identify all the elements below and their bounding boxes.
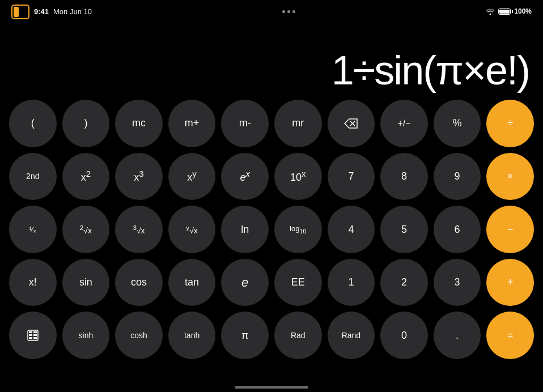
euler-button[interactable]: e: [221, 259, 269, 306]
one-over-x-button[interactable]: ¹∕ₓ: [9, 206, 57, 253]
yth-root-button[interactable]: y√x: [168, 206, 216, 253]
ln-button[interactable]: ln: [221, 206, 269, 253]
x-cubed-button[interactable]: x3: [115, 153, 163, 201]
cosh-button[interactable]: cosh: [115, 312, 163, 359]
equals-button[interactable]: =: [486, 312, 534, 359]
svg-rect-3: [29, 331, 32, 333]
second-label: 2nd: [26, 172, 39, 181]
sin-button[interactable]: sin: [62, 259, 110, 306]
eight-button[interactable]: 8: [380, 153, 428, 201]
subtract-label: −: [507, 224, 514, 236]
sqrt-button[interactable]: 2√x: [62, 206, 110, 253]
x-squared-button[interactable]: x2: [62, 153, 110, 201]
sidebar-panel-indicator: [14, 7, 19, 17]
four-button[interactable]: 4: [328, 206, 375, 253]
ten-to-x-button[interactable]: 10x: [274, 153, 322, 201]
factorial-button[interactable]: x!: [9, 259, 57, 306]
plus-minus-label: +/−: [397, 118, 410, 129]
e-to-x-button[interactable]: ex: [221, 153, 269, 201]
ee-button[interactable]: EE: [274, 259, 322, 306]
multiply-label: ×: [507, 171, 514, 182]
ten-to-x-label: 10x: [290, 169, 306, 184]
decimal-label: .: [456, 330, 459, 342]
rand-label: Rand: [342, 331, 360, 340]
three-label: 3: [455, 276, 460, 288]
backspace-button[interactable]: [328, 100, 375, 147]
add-label: +: [507, 276, 514, 288]
cbrt-button[interactable]: 3√x: [115, 206, 163, 253]
cos-button[interactable]: cos: [115, 259, 163, 306]
m-plus-button[interactable]: m+: [168, 100, 216, 147]
sidebar-toggle-button[interactable]: [11, 5, 29, 19]
rand-button[interactable]: Rand: [328, 312, 375, 359]
mr-button[interactable]: mr: [274, 100, 322, 147]
five-button[interactable]: 5: [380, 206, 428, 253]
home-indicator: [235, 386, 308, 389]
multiply-button[interactable]: ×: [486, 153, 534, 201]
seven-button[interactable]: 7: [328, 153, 375, 201]
one-button[interactable]: 1: [328, 259, 375, 306]
eight-label: 8: [401, 171, 407, 182]
svg-rect-4: [33, 331, 37, 333]
second-button[interactable]: 2nd: [9, 153, 57, 201]
display-expression: 1÷sin(π×e!): [332, 50, 529, 91]
nine-button[interactable]: 9: [434, 153, 481, 201]
calculator-icon-btn-button[interactable]: [9, 312, 57, 359]
ln-label: ln: [241, 224, 249, 236]
zero-label: 0: [401, 330, 407, 342]
subtract-button[interactable]: −: [486, 206, 534, 253]
add-button[interactable]: +: [486, 259, 534, 306]
open-paren-label: (: [31, 117, 35, 129]
m-plus-label: m+: [185, 117, 200, 129]
tan-label: tan: [185, 276, 199, 288]
decimal-button[interactable]: .: [434, 312, 481, 359]
pi-button[interactable]: π: [221, 312, 269, 359]
divide-button[interactable]: ÷: [486, 100, 534, 147]
svg-rect-8: [33, 337, 37, 339]
mc-button[interactable]: mc: [115, 100, 163, 147]
svg-rect-6: [33, 334, 37, 336]
mc-label: mc: [132, 117, 146, 129]
zero-button[interactable]: 0: [380, 312, 428, 359]
six-button[interactable]: 6: [434, 206, 481, 253]
calculator-display: 1÷sin(π×e!): [0, 20, 543, 100]
cos-label: cos: [131, 276, 147, 288]
one-label: 1: [348, 276, 354, 288]
percent-button[interactable]: %: [434, 100, 481, 147]
e-to-x-label: ex: [240, 169, 250, 184]
status-right: 100%: [486, 7, 532, 15]
two-button[interactable]: 2: [380, 259, 428, 306]
tan-button[interactable]: tan: [168, 259, 216, 306]
open-paren-button[interactable]: (: [9, 100, 57, 147]
close-paren-button[interactable]: ): [62, 100, 110, 147]
x-to-y-button[interactable]: xy: [168, 153, 216, 201]
backspace-icon: [344, 118, 358, 129]
x-squared-label: x2: [81, 169, 91, 184]
battery-percent: 100%: [514, 7, 532, 15]
tanh-label: tanh: [184, 331, 200, 340]
sinh-button[interactable]: sinh: [62, 312, 110, 359]
plus-minus-button[interactable]: +/−: [380, 100, 428, 147]
status-time: 9:41: [34, 7, 49, 16]
four-label: 4: [348, 224, 354, 236]
rad-label: Rad: [291, 331, 306, 340]
close-paren-label: ): [84, 117, 87, 129]
percent-label: %: [453, 117, 462, 129]
status-date: Mon Jun 10: [53, 7, 92, 16]
log10-button[interactable]: log10: [274, 206, 322, 253]
cbrt-label: 3√x: [133, 224, 145, 235]
nine-label: 9: [455, 171, 460, 182]
m-minus-button[interactable]: m-: [221, 100, 269, 147]
calculator-grid: ()mcm+m-mr +/−%÷2ndx2x3xyex10x789×¹∕ₓ2√x…: [0, 100, 543, 368]
three-button[interactable]: 3: [434, 259, 481, 306]
rad-button[interactable]: Rad: [274, 312, 322, 359]
mr-label: mr: [292, 117, 304, 129]
yth-root-label: y√x: [186, 224, 198, 235]
six-label: 6: [455, 224, 460, 236]
svg-rect-5: [29, 334, 32, 336]
two-label: 2: [401, 276, 407, 288]
euler-label: e: [241, 275, 248, 290]
tanh-button[interactable]: tanh: [168, 312, 216, 359]
svg-rect-7: [29, 337, 32, 339]
equals-label: =: [507, 330, 514, 342]
